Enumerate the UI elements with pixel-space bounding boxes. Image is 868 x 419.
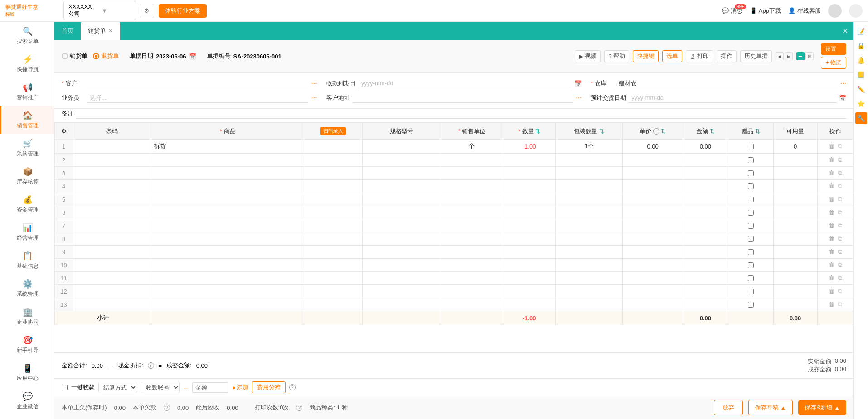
discount-info-icon[interactable]: i [148, 362, 154, 369]
view-grid[interactable]: ⊞ [805, 52, 814, 60]
row-gift[interactable] [728, 246, 773, 259]
delete-icon[interactable]: 🗑 [829, 196, 834, 202]
row-barcode[interactable] [73, 180, 151, 193]
salesperson-input[interactable] [87, 93, 308, 103]
copy-icon[interactable]: ⧉ [838, 301, 842, 308]
row-quantity[interactable] [503, 167, 556, 180]
row-gift[interactable] [728, 232, 773, 246]
row-barcode[interactable] [73, 206, 151, 219]
delete-icon[interactable]: 🗑 [829, 222, 834, 229]
select-btn[interactable]: 选单 [662, 50, 682, 62]
row-quantity[interactable] [503, 219, 556, 232]
copy-icon[interactable]: ⧉ [838, 209, 842, 216]
delete-icon[interactable]: 🗑 [829, 288, 834, 294]
row-product[interactable] [151, 154, 304, 167]
delivery-date-input[interactable] [629, 93, 836, 103]
right-icon-4[interactable]: 📒 [855, 69, 867, 81]
right-icon-5[interactable]: ✏️ [855, 83, 867, 95]
doc-settings-btn[interactable]: 设置 [821, 43, 846, 55]
copy-icon[interactable]: ⧉ [838, 275, 842, 281]
row-barcode[interactable] [73, 167, 151, 180]
right-icon-2[interactable]: 🔒 [855, 40, 867, 52]
customer-more-icon[interactable]: ··· [311, 79, 317, 87]
row-spec[interactable] [362, 219, 441, 232]
row-spec[interactable] [362, 298, 441, 311]
row-product[interactable] [151, 206, 304, 219]
scan-btn[interactable]: 扫码录入 [320, 127, 346, 135]
row-gift[interactable] [728, 285, 773, 298]
add-payment-btn[interactable]: ● 添加 [232, 383, 248, 391]
row-barcode[interactable] [73, 298, 151, 311]
row-spec[interactable] [362, 167, 441, 180]
row-product[interactable] [151, 219, 304, 232]
delete-icon[interactable]: 🗑 [829, 301, 834, 308]
row-price[interactable] [623, 167, 683, 180]
row-gift[interactable] [728, 154, 773, 167]
row-product[interactable]: 拆货 [151, 140, 304, 154]
settings-button[interactable]: ⚙ [140, 4, 154, 18]
row-price[interactable] [623, 180, 683, 193]
delete-icon[interactable]: 🗑 [829, 143, 834, 149]
amount-input[interactable] [192, 382, 228, 393]
delete-icon[interactable]: 🗑 [829, 261, 834, 268]
row-spec[interactable] [362, 246, 441, 259]
row-spec[interactable] [362, 232, 441, 246]
right-icon-7[interactable]: 🔧 [855, 112, 867, 124]
delete-icon[interactable]: 🗑 [829, 248, 834, 255]
abandon-btn[interactable]: 放弃 [714, 400, 743, 415]
due-info-icon[interactable]: ? [164, 405, 170, 411]
notes-input[interactable] [76, 109, 846, 119]
row-spec[interactable] [362, 206, 441, 219]
sidebar-item-enterprise[interactable]: 🏢 企业协同 [0, 303, 54, 331]
help-btn[interactable]: ? 帮助 [604, 50, 629, 62]
copy-icon[interactable]: ⧉ [838, 248, 842, 255]
row-spec[interactable] [362, 154, 441, 167]
expense-split-btn[interactable]: 费用分摊 [252, 381, 286, 393]
account-select[interactable]: 收款账号 [141, 382, 180, 393]
row-barcode[interactable] [73, 272, 151, 285]
copy-icon[interactable]: ⧉ [838, 196, 842, 202]
sidebar-item-quick-nav[interactable]: ⚡ 快捷导航 [0, 50, 54, 78]
product-type-icon[interactable]: ? [296, 405, 302, 411]
calc-method-select[interactable]: 结算方式 [98, 382, 137, 393]
salesperson-more-icon[interactable]: ··· [311, 94, 317, 102]
row-gift[interactable] [728, 167, 773, 180]
row-price[interactable] [623, 246, 683, 259]
sidebar-item-purchase[interactable]: 🛒 采购管理 [0, 134, 54, 162]
row-product[interactable] [151, 272, 304, 285]
row-spec[interactable] [362, 193, 441, 206]
copy-icon[interactable]: ⧉ [838, 156, 842, 163]
row-quantity[interactable] [503, 193, 556, 206]
row-price[interactable] [623, 219, 683, 232]
copy-icon[interactable]: ⧉ [838, 169, 842, 176]
row-barcode[interactable] [73, 140, 151, 154]
message-button[interactable]: 💬 消息 99+ [722, 7, 742, 15]
row-barcode[interactable] [73, 285, 151, 298]
row-gift[interactable] [728, 180, 773, 193]
right-icon-1[interactable]: 📝 [855, 25, 867, 37]
price-info-icon[interactable]: i [653, 128, 659, 135]
nav-next[interactable]: ▶ [785, 52, 793, 60]
row-product[interactable] [151, 285, 304, 298]
delete-icon[interactable]: 🗑 [829, 169, 834, 176]
row-quantity[interactable] [503, 154, 556, 167]
copy-icon[interactable]: ⧉ [838, 222, 842, 229]
row-gift[interactable] [728, 140, 773, 154]
row-quantity[interactable] [503, 272, 556, 285]
row-quantity[interactable] [503, 180, 556, 193]
row-price[interactable] [623, 272, 683, 285]
copy-icon[interactable]: ⧉ [838, 143, 842, 149]
row-price[interactable] [623, 259, 683, 272]
operate-btn[interactable]: 操作 [717, 50, 737, 62]
row-spec[interactable] [362, 285, 441, 298]
customer-address-input[interactable] [353, 93, 573, 103]
warehouse-more-icon[interactable]: ··· [840, 79, 846, 87]
sidebar-item-guide[interactable]: 🎯 新手引导 [0, 331, 54, 359]
warehouse-input[interactable] [616, 78, 837, 88]
app-download-button[interactable]: 📱 App下载 [750, 7, 781, 15]
sidebar-item-operations[interactable]: 📊 经营管理 [0, 218, 54, 246]
payment-date-input[interactable] [359, 78, 572, 88]
sidebar-item-marketing[interactable]: 📢 营销推广 [0, 78, 54, 106]
radio-return[interactable]: 退货单 [93, 52, 119, 60]
avatar[interactable] [828, 4, 842, 18]
